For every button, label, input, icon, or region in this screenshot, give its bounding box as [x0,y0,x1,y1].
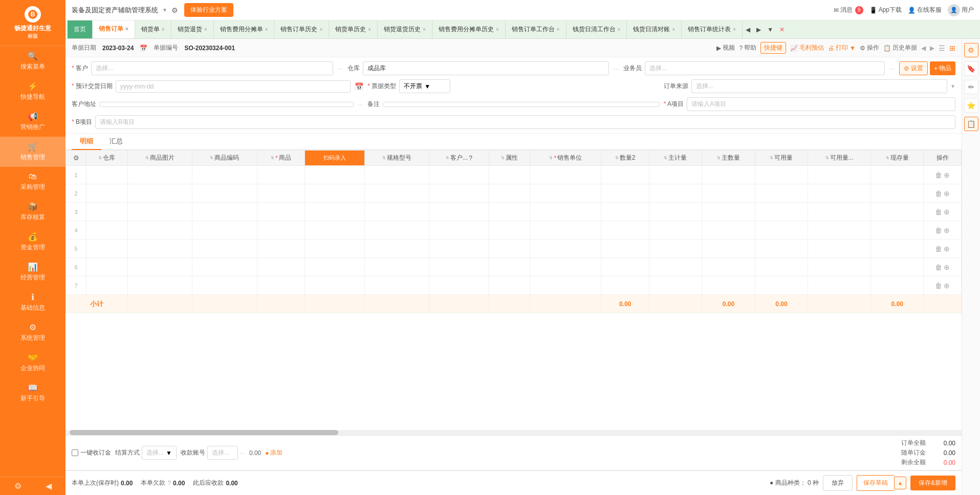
tab-clearance-account[interactable]: 钱货日清对账 × [627,20,682,39]
tab-order-history[interactable]: 销售订单历史 × [274,20,329,39]
col-customer-code[interactable]: ⇅ 客户... ? [429,150,489,166]
tab-close-icon[interactable]: × [162,27,165,32]
right-clipboard-btn[interactable]: 📋 [964,117,978,131]
message-btn[interactable]: ✉ 消息 9 [834,6,863,14]
tab-close-icon[interactable]: × [319,27,322,32]
delete-row-btn[interactable]: 🗑 [935,226,942,234]
credit-info-icon[interactable]: ? [167,480,171,487]
note-input[interactable] [383,102,659,107]
tab-menu-btn[interactable]: ▼ [764,24,776,35]
copy-row-btn[interactable]: ⊕ [944,208,950,216]
right-settings-btn[interactable]: ⚙ [964,43,978,57]
delete-row-btn[interactable]: 🗑 [935,282,942,290]
tab-next-btn[interactable]: ▶ [753,24,764,35]
col-warehouse[interactable]: ⇅ 仓库 [86,150,127,166]
order-source-input[interactable]: 选择... [691,79,947,93]
tab-close-icon[interactable]: × [204,27,207,32]
scan-btn[interactable]: 扫码录入 [319,153,350,163]
col-gear[interactable]: ⚙ [66,150,86,166]
delete-row-btn[interactable]: 🗑 [935,208,942,216]
online-service-btn[interactable]: 👤 在线客服 [908,6,942,14]
sidebar-item-quick-nav[interactable]: ⚡ 快捷导航 [0,76,66,106]
one-click-checkbox[interactable]: 一键收订金 [72,448,111,457]
save-draft-button[interactable]: 保存草稿 [857,475,894,491]
tab-clearance-workbench[interactable]: 钱货日清工作台 × [567,20,627,39]
delivery-calendar-icon[interactable]: 📅 [355,82,363,91]
tab-close-icon[interactable]: × [496,27,499,32]
col-qty2[interactable]: ⇅ 数量2 [601,150,649,166]
account-select[interactable]: 选择... [207,446,238,460]
tab-order-stats[interactable]: 销售订单统计表 × [682,20,743,39]
tab-close-icon[interactable]: × [125,26,128,32]
abandon-button[interactable]: 放弃 [823,475,853,491]
sort-icon[interactable]: ⇅ [664,156,667,160]
tab-sales-invoice[interactable]: 销货单 × [135,20,171,39]
col-spec[interactable]: ⇅ 规格型号 [364,150,429,166]
sort-icon[interactable]: ⇅ [98,156,102,160]
sidebar-item-inventory[interactable]: 📦 库存核算 [0,197,66,227]
industry-plan-button[interactable]: 体验行业方案 [184,3,233,17]
address-more-icon[interactable]: ··· [358,100,364,109]
sort-icon[interactable]: ⇅ [145,156,149,160]
a-project-input[interactable]: 请输入A项目 [687,97,955,111]
sort-icon[interactable]: ⇅ [886,156,889,160]
col-unit[interactable]: ⇅ * 销售单位 [530,150,601,166]
add-goods-btn[interactable]: + 物品 [930,61,955,75]
delete-row-btn[interactable]: 🗑 [935,263,942,271]
col-attr[interactable]: ⇅ 属性 [489,150,530,166]
copy-row-btn[interactable]: ⊕ [944,282,950,290]
app-download-btn[interactable]: 📱 App下载 [869,6,902,14]
tab-close-icon[interactable]: × [368,27,371,32]
sidebar-item-purchase[interactable]: 🛍 采购管理 [0,167,66,197]
sidebar-item-enterprise[interactable]: 🤝 企业协同 [0,348,66,378]
right-bookmark-btn[interactable]: 🔖 [964,61,978,76]
sort-icon[interactable]: ⇅ [615,156,619,160]
sidebar-item-system[interactable]: ⚙ 系统管理 [0,317,66,348]
header-settings-icon[interactable]: ⚙ [171,6,178,14]
header-dropdown-icon[interactable]: ▼ [162,7,167,13]
tab-close-icon[interactable]: × [618,27,621,32]
warehouse-input[interactable]: 成品库 [363,61,609,75]
col-goods[interactable]: ⇅ * 商品 [257,150,304,166]
col-avail[interactable]: ⇅ 可用量 [755,150,808,166]
tab-close-icon[interactable]: × [265,27,268,32]
view-btn[interactable]: ▶ 视频 [716,44,735,52]
print-arrow-icon[interactable]: ▼ [850,45,856,52]
delivery-input[interactable]: yyyy-mm-dd [116,80,351,93]
sort-icon[interactable]: ⇅ [271,156,274,160]
print-btn[interactable]: 🖨 打印 ▼ [828,44,856,52]
table-container[interactable]: ⚙ ⇅ 仓库 ⇅ 商品图片 [66,150,962,430]
copy-row-btn[interactable]: ⊕ [944,263,950,271]
b-project-input[interactable]: 请输入B项目 [95,115,955,129]
next-record-btn[interactable]: ▶ [930,45,934,52]
account-more-icon[interactable]: ··· [240,449,245,457]
payment-select[interactable]: 选择... ▼ [142,446,177,460]
sidebar-item-search[interactable]: 🔍 搜索菜单 [0,46,66,76]
tab-return-history[interactable]: 销货退货历史 × [378,20,432,39]
sort-icon[interactable]: ⇅ [549,156,553,160]
scrollbar-thumb[interactable] [70,430,338,435]
tab-order-workbench[interactable]: 销售订单工作台 × [506,20,567,39]
customer-code-info-icon[interactable]: ? [469,155,472,162]
actions-btn[interactable]: ⚙ 操作 [860,44,879,52]
save-new-button[interactable]: 保存&新增 [910,476,955,490]
shortcuts-btn[interactable]: 快捷键 [760,42,786,54]
tab-close-icon[interactable]: × [733,27,736,32]
sidebar-item-guide[interactable]: 📖 新手引导 [0,378,66,408]
col-main-qty[interactable]: ⇅ 主数量 [702,150,755,166]
tab-invoice-history[interactable]: 销货单历史 × [329,20,378,39]
salesperson-more-icon[interactable]: ··· [889,64,895,73]
one-click-input[interactable] [72,449,78,456]
tab-expense-history[interactable]: 销售费用分摊单历史 × [432,20,506,39]
prev-record-btn[interactable]: ◀ [921,45,926,52]
profit-btn[interactable]: 📈 毛利预估 [790,44,824,52]
history-btn[interactable]: 📋 历史单据 [883,44,917,52]
calendar-icon[interactable]: 📅 [140,45,147,52]
list-view-btn[interactable]: ☰ [939,44,945,52]
sidebar-settings-icon[interactable]: ⚙ [14,481,21,491]
col-avail2[interactable]: ⇅ 可用量... [808,150,871,166]
customer-input[interactable]: 选择... [91,61,333,75]
delete-row-btn[interactable]: 🗑 [935,171,942,179]
tab-prev-btn[interactable]: ◀ [743,24,753,35]
copy-row-btn[interactable]: ⊕ [944,226,950,234]
